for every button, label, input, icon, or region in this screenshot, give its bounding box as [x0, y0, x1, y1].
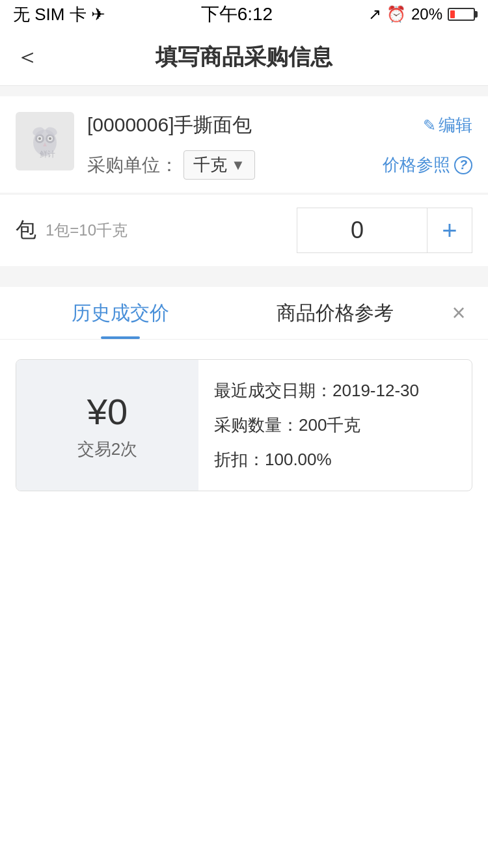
svg-point-5	[38, 137, 41, 140]
edit-label: 编辑	[439, 114, 472, 137]
price-discount-row: 折扣：100.00%	[214, 447, 456, 472]
price-date-row: 最近成交日期：2019-12-30	[214, 378, 456, 403]
quantity-value: 200千克	[299, 415, 360, 435]
history-price-content: ¥0 交易2次 最近成交日期：2019-12-30 采购数量：200千克 折扣：…	[0, 340, 488, 511]
unit-label: 采购单位：	[87, 153, 178, 178]
status-left: 无 SIM 卡 ✈	[13, 3, 105, 26]
alarm-icon: ⏰	[386, 5, 406, 23]
discount-value: 100.00%	[265, 450, 332, 469]
status-time: 下午6:12	[201, 2, 273, 27]
battery-percent: 20%	[411, 5, 442, 23]
chevron-down-icon: ▼	[231, 157, 245, 174]
product-name-row: [0000006]手撕面包 ✎ 编辑	[87, 112, 472, 139]
product-section: 鲜计 [0000006]手撕面包 ✎ 编辑 采购单位： 千克 ▼	[0, 96, 488, 193]
edit-button[interactable]: ✎ 编辑	[423, 114, 472, 137]
quantity-label: 采购数量：	[214, 415, 299, 435]
svg-text:鲜计: 鲜计	[40, 150, 55, 159]
owl-logo: 鲜计	[25, 122, 64, 161]
edit-icon: ✎	[423, 116, 436, 135]
battery-fill	[450, 10, 455, 18]
unit-select-dropdown[interactable]: 千克 ▼	[183, 150, 255, 180]
discount-label: 折扣：	[214, 450, 265, 469]
price-quantity-row: 采购数量：200千克	[214, 413, 456, 438]
tab-section: 历史成交价 商品价格参考 × ¥0 交易2次 最近成交日期：2019-12-30…	[0, 287, 488, 511]
page-header: ＜ 填写商品采购信息	[0, 29, 488, 86]
product-name: [0000006]手撕面包	[87, 112, 252, 139]
tab-history-price[interactable]: 历史成交价	[13, 287, 228, 339]
price-card: ¥0 交易2次 最近成交日期：2019-12-30 采购数量：200千克 折扣：…	[16, 359, 472, 491]
quantity-unit: 包	[16, 216, 36, 245]
quantity-input-group: +	[297, 208, 472, 253]
unit-value: 千克	[193, 154, 227, 176]
quantity-row: 包 1包=10千克 +	[0, 195, 488, 266]
tab-bar: 历史成交价 商品价格参考 ×	[0, 287, 488, 340]
quantity-convert: 1包=10千克	[46, 220, 128, 241]
quantity-input[interactable]	[297, 208, 427, 253]
price-card-right: 最近成交日期：2019-12-30 采购数量：200千克 折扣：100.00%	[198, 360, 472, 491]
price-reference-button[interactable]: 价格参照 ?	[383, 154, 472, 176]
status-right: ↗ ⏰ 20%	[368, 5, 475, 23]
location-icon: ↗	[368, 5, 381, 23]
price-ref-label: 价格参照	[383, 154, 450, 176]
product-thumbnail: 鲜计	[16, 112, 74, 170]
quantity-section: 包 1包=10千克 +	[0, 194, 488, 266]
tab-product-price-ref[interactable]: 商品价格参考	[228, 287, 442, 339]
section-divider	[0, 266, 488, 277]
purchase-unit-row: 采购单位： 千克 ▼ 价格参照 ?	[87, 150, 472, 180]
price-transactions: 交易2次	[77, 438, 137, 461]
no-sim-text: 无 SIM 卡 ✈	[13, 3, 105, 26]
page-title: 填写商品采购信息	[156, 42, 332, 72]
status-bar: 无 SIM 卡 ✈ 下午6:12 ↗ ⏰ 20%	[0, 0, 488, 29]
svg-point-6	[49, 137, 51, 140]
battery-icon	[448, 8, 475, 21]
date-label: 最近成交日期：	[214, 381, 332, 400]
price-amount: ¥0	[87, 390, 128, 433]
quantity-plus-button[interactable]: +	[427, 208, 472, 253]
product-row: 鲜计 [0000006]手撕面包 ✎ 编辑 采购单位： 千克 ▼	[16, 112, 472, 180]
price-card-left: ¥0 交易2次	[16, 360, 198, 491]
date-value: 2019-12-30	[332, 381, 419, 400]
product-info: [0000006]手撕面包 ✎ 编辑 采购单位： 千克 ▼ 价格参照 ?	[87, 112, 472, 180]
tab-close-button[interactable]: ×	[442, 297, 475, 329]
quantity-label-group: 包 1包=10千克	[16, 216, 128, 245]
back-button[interactable]: ＜	[16, 41, 39, 73]
info-icon: ?	[454, 156, 472, 174]
empty-content-area	[0, 511, 488, 868]
